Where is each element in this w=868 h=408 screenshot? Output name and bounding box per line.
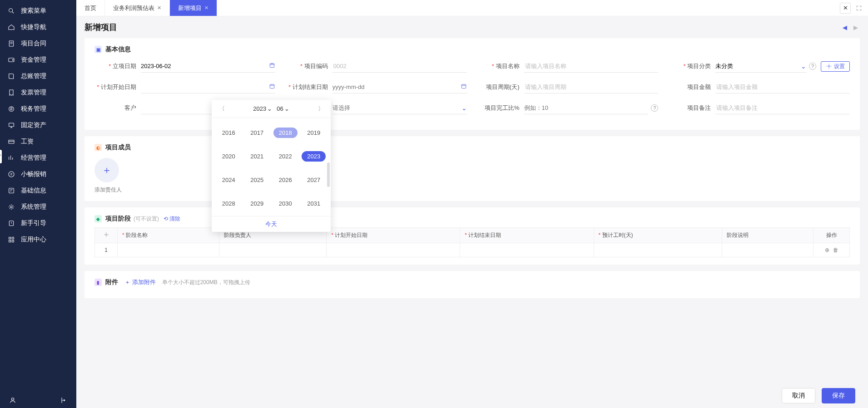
- year-option-2031[interactable]: 2031: [300, 194, 328, 213]
- year-option-2024[interactable]: 2024: [214, 170, 243, 189]
- year-option-2018[interactable]: 2018: [271, 123, 300, 142]
- label-amount: 项目金额: [669, 83, 711, 91]
- amount-input[interactable]: [715, 81, 850, 93]
- search-icon: [7, 7, 15, 15]
- year-option-2030[interactable]: 2030: [271, 194, 300, 213]
- sidebar-ledger[interactable]: 总账管理: [0, 68, 76, 84]
- table-row[interactable]: 1 ⊕🗑: [95, 243, 850, 257]
- cancel-button[interactable]: 取消: [782, 388, 815, 403]
- expand-button[interactable]: [853, 3, 864, 14]
- code-input[interactable]: [332, 60, 467, 73]
- year-option-2025[interactable]: 2025: [243, 170, 272, 189]
- svg-rect-8: [9, 188, 14, 193]
- nav-next-icon: ▶: [852, 23, 860, 32]
- asset-icon: [7, 121, 15, 129]
- sidebar-asset[interactable]: 固定资产: [0, 117, 76, 133]
- collapse-handle[interactable]: [0, 150, 2, 163]
- add-member-label: 添加责任人: [94, 186, 850, 194]
- gear-icon: [7, 203, 15, 211]
- sidebar-foot-left-icon[interactable]: [9, 397, 16, 405]
- sidebar-baseinfo[interactable]: 基础信息: [0, 182, 76, 199]
- col-gear[interactable]: [95, 228, 118, 243]
- svg-rect-12: [12, 237, 14, 239]
- sidebar-salary[interactable]: 工资: [0, 133, 76, 150]
- sidebar-search[interactable]: 搜索菜单: [0, 3, 76, 19]
- year-option-2020[interactable]: 2020: [214, 147, 243, 166]
- year-option-2021[interactable]: 2021: [243, 147, 272, 166]
- delete-row-icon[interactable]: 🗑: [833, 247, 838, 253]
- tab-new-project[interactable]: 新增项目✕: [170, 0, 217, 16]
- tax-icon: [7, 105, 15, 113]
- tab-profit[interactable]: 业务利润预估表✕: [105, 0, 170, 16]
- category-select[interactable]: [715, 63, 798, 69]
- year-option-2029[interactable]: 2029: [243, 194, 272, 213]
- month-selector[interactable]: 06⌄: [277, 105, 289, 112]
- add-attachment-link[interactable]: ＋ 添加附件: [124, 278, 156, 286]
- close-icon[interactable]: ✕: [157, 5, 161, 11]
- file-icon: [7, 39, 15, 48]
- nav-prev-icon[interactable]: ◀: [841, 23, 849, 32]
- sidebar-foot-right-icon[interactable]: [60, 397, 67, 405]
- date-input[interactable]: [141, 63, 266, 69]
- year-option-2027[interactable]: 2027: [300, 170, 328, 189]
- svg-rect-11: [9, 237, 11, 239]
- add-row-icon[interactable]: ⊕: [825, 247, 829, 253]
- plan-start-input[interactable]: [141, 84, 266, 90]
- setting-button[interactable]: 设置: [821, 61, 850, 72]
- cycle-input[interactable]: [524, 81, 659, 93]
- popover-scrollbar[interactable]: [327, 122, 330, 216]
- svg-point-0: [9, 9, 13, 12]
- sidebar-reimburse[interactable]: 小畅报销: [0, 166, 76, 182]
- close-icon[interactable]: ✕: [204, 5, 208, 11]
- section-icon: ◐: [94, 144, 102, 151]
- guide-icon: [7, 219, 15, 227]
- label-category: 项目分类: [669, 62, 711, 70]
- today-link[interactable]: 今天: [212, 216, 331, 232]
- calendar-icon[interactable]: [269, 83, 275, 91]
- year-option-2022[interactable]: 2022: [271, 147, 300, 166]
- sidebar-operation[interactable]: 经营管理: [0, 150, 76, 166]
- wallet-icon: [7, 56, 15, 64]
- year-prev-button[interactable]: 〈: [216, 105, 227, 113]
- sidebar-guide[interactable]: 新手引导: [0, 215, 76, 231]
- year-option-2028[interactable]: 2028: [214, 194, 243, 213]
- year-option-2019[interactable]: 2019: [300, 123, 328, 142]
- sidebar-contract[interactable]: 项目合同: [0, 35, 76, 52]
- label-plan-start: 计划开始日期: [94, 83, 136, 91]
- chevron-down-icon[interactable]: ⌄: [801, 63, 806, 70]
- sidebar-funds[interactable]: 资金管理: [0, 52, 76, 68]
- sidebar-invoice[interactable]: 发票管理: [0, 84, 76, 101]
- sidebar-quicknav[interactable]: 快捷导航: [0, 19, 76, 35]
- year-option-2026[interactable]: 2026: [271, 170, 300, 189]
- label-customer: 客户: [94, 104, 136, 112]
- chevron-down-icon[interactable]: ⌄: [461, 104, 467, 112]
- calendar-icon[interactable]: [269, 62, 275, 70]
- save-button[interactable]: 保存: [822, 388, 855, 403]
- year-selector[interactable]: 2023⌄: [253, 105, 272, 112]
- help-icon[interactable]: ?: [651, 104, 658, 112]
- add-member-button[interactable]: ＋: [94, 158, 119, 182]
- calendar-icon[interactable]: [461, 83, 467, 91]
- stages-hint: (可不设置): [134, 215, 159, 223]
- sidebar-tax[interactable]: 税务管理: [0, 101, 76, 117]
- tab-home[interactable]: 首页: [76, 0, 105, 16]
- clear-stages-link[interactable]: ⟲清除: [164, 215, 180, 223]
- year-option-2023[interactable]: 2023: [300, 147, 328, 166]
- sidebar-system[interactable]: 系统管理: [0, 199, 76, 215]
- label-progress: 项目完工比%: [478, 104, 520, 112]
- help-icon[interactable]: ?: [809, 63, 816, 70]
- year-option-2016[interactable]: 2016: [214, 123, 243, 142]
- year-option-2017[interactable]: 2017: [243, 123, 272, 142]
- progress-input[interactable]: [524, 104, 649, 111]
- sidebar-apps[interactable]: 应用中心: [0, 231, 76, 248]
- dept-select[interactable]: [332, 104, 459, 111]
- col-desc: 阶段说明: [722, 228, 813, 243]
- remark-input[interactable]: [715, 102, 850, 114]
- plan-end-input[interactable]: [332, 84, 458, 90]
- year-next-button[interactable]: 〉: [315, 105, 326, 113]
- close-all-button[interactable]: ✕: [840, 3, 851, 14]
- label-plan-end: 计划结束日期: [286, 83, 328, 91]
- book-icon: [7, 72, 15, 80]
- sidebar: 搜索菜单 快捷导航 项目合同 资金管理 总账管理 发票管理 税务管理 固定资产 …: [0, 0, 76, 408]
- name-input[interactable]: [524, 60, 659, 73]
